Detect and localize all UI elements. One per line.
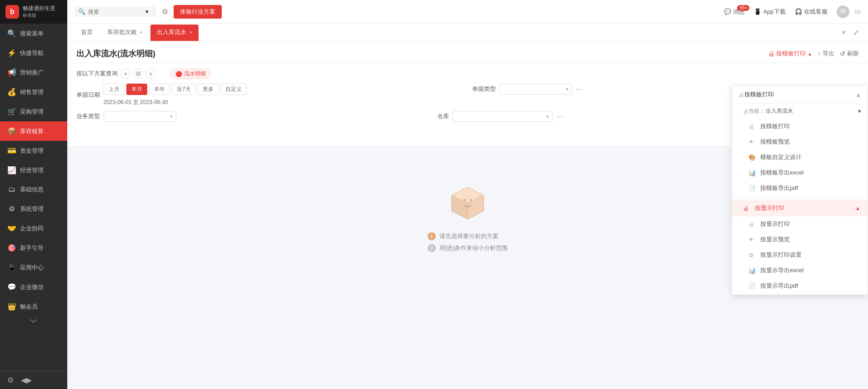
print-up-icon: ▲ bbox=[808, 51, 812, 56]
dropdown-bottom-item-4[interactable]: 📄 按显示导出pdf bbox=[732, 278, 868, 294]
tab-win-close-btn[interactable]: × bbox=[840, 28, 848, 38]
refresh-label: 刷新 bbox=[847, 50, 859, 58]
sidebar-item-operation[interactable]: 📈 经营管理 bbox=[0, 160, 67, 180]
sidebar-item-inventory[interactable]: 📦 库存核算 bbox=[0, 121, 67, 141]
sidebar-search-label: 搜索菜单 bbox=[20, 30, 44, 38]
date-btn-last-month[interactable]: 上月 bbox=[104, 84, 125, 95]
sidebar-item-sales[interactable]: 💰 销售管理 bbox=[0, 82, 67, 102]
trial-button[interactable]: 体验行业方案 bbox=[174, 5, 222, 19]
sidebar-sales-label: 销售管理 bbox=[20, 88, 44, 96]
highlighted-label: 按显示打印 bbox=[755, 204, 784, 212]
dropdown-highlighted-section[interactable]: 🖨 按显示打印 ▲ bbox=[732, 200, 868, 216]
collapse-sidebar-icon[interactable]: ◀▶ bbox=[21, 376, 32, 384]
export-icon: ↑ bbox=[818, 50, 821, 57]
tab-flow[interactable]: 出入库流水 × bbox=[150, 25, 198, 41]
empty-box-svg bbox=[447, 183, 488, 224]
date-btn-this-year[interactable]: 本年 bbox=[149, 84, 170, 95]
dropdown-bottom-item-1[interactable]: 👁 按显示预览 bbox=[732, 232, 868, 247]
dropdown-top-item-4[interactable]: 📄 按模板导出pdf bbox=[732, 180, 868, 196]
app-download-button[interactable]: 📱 App下载 bbox=[754, 8, 785, 16]
dropdown-title: 按模板打印 bbox=[744, 90, 774, 99]
sidebar-item-member[interactable]: 👑 畅会员 bbox=[0, 297, 67, 316]
dropdown-bottom-item-3[interactable]: 📊 按显示导出excel bbox=[732, 263, 868, 278]
filter-add-btn[interactable]: + bbox=[120, 69, 130, 79]
dropdown-top-item-1[interactable]: 👁 按模板预览 bbox=[732, 134, 868, 150]
date-controls: 上月 本月 本年 近7天 更多 自定义 2023-06-01 至 2023-06… bbox=[104, 84, 247, 106]
settings-icon[interactable]: ⚙ bbox=[7, 376, 14, 384]
dropdown-top-icon-4: 📄 bbox=[748, 185, 756, 192]
dropdown-top-item-3[interactable]: 📊 按模板导出excel bbox=[732, 165, 868, 180]
tab-inventory-batch-close[interactable]: × bbox=[140, 30, 142, 35]
dropdown-top-icon-0: 🖨 bbox=[748, 123, 756, 130]
bill-type-select[interactable] bbox=[499, 84, 572, 95]
sidebar-item-search[interactable]: 🔍 搜索菜单 bbox=[0, 24, 67, 43]
date-btn-custom[interactable]: 自定义 bbox=[220, 84, 247, 95]
sidebar-item-corp[interactable]: 🤝 企业协同 bbox=[0, 219, 67, 238]
tab-flow-close[interactable]: × bbox=[189, 30, 192, 35]
dropdown-chevron-icon[interactable]: ▲ bbox=[855, 91, 861, 98]
tab-inventory-batch[interactable]: 库存批次账 × bbox=[101, 25, 149, 41]
dropdown-bottom-label-2: 按显示打印设置 bbox=[760, 251, 802, 259]
sidebar-item-marketing[interactable]: 📢 营销推广 bbox=[0, 63, 67, 82]
sidebar-member-label: 畅会员 bbox=[20, 303, 38, 311]
sidebar-item-wechat[interactable]: 💬 企业微信 bbox=[0, 277, 67, 297]
dropdown-bottom-icon-3: 📊 bbox=[748, 267, 756, 274]
dropdown-top-item-2[interactable]: 🎨 模板自定义设计 bbox=[732, 150, 868, 165]
export-button[interactable]: ↑ 导出 bbox=[818, 50, 834, 58]
avatar[interactable]: 用 bbox=[837, 5, 849, 18]
sidebar-corp-icon: 🤝 bbox=[7, 224, 16, 233]
sidebar-purchase-label: 采购管理 bbox=[20, 108, 44, 116]
date-btn-7-days[interactable]: 近7天 bbox=[172, 84, 196, 95]
search-dropdown-icon: ▾ bbox=[145, 8, 149, 15]
refresh-button[interactable]: ↺ 刷新 bbox=[840, 50, 859, 58]
print-template-button[interactable]: 🖨 按模板打印 ▲ bbox=[768, 50, 812, 58]
topbar-search-area[interactable]: 🔍 ▾ bbox=[75, 6, 156, 17]
date-btn-this-month[interactable]: 本月 bbox=[126, 84, 147, 95]
sidebar-operation-icon: 📈 bbox=[7, 166, 16, 175]
sidebar-item-finance[interactable]: 💳 资金管理 bbox=[0, 141, 67, 160]
filter-collapse-btn[interactable]: « bbox=[146, 69, 156, 79]
sidebar-sales-icon: 💰 bbox=[7, 88, 16, 96]
message-button[interactable]: 💬 消息 99+ bbox=[724, 8, 745, 16]
date-btn-more[interactable]: 更多 bbox=[198, 84, 219, 95]
filter-settings-btn[interactable]: ⚙ bbox=[133, 69, 143, 79]
dropdown-top-item-0[interactable]: 🖨 按模板打印 bbox=[732, 119, 868, 134]
tab-home[interactable]: 首页 bbox=[75, 25, 99, 41]
sidebar-search-icon: 🔍 bbox=[7, 29, 16, 38]
sidebar-item-basic[interactable]: 🗂 基础信息 bbox=[0, 180, 67, 199]
sidebar-item-appstore[interactable]: 📱 应用中心 bbox=[0, 258, 67, 277]
sidebar-item-system[interactable]: ⚙ 系统管理 bbox=[0, 199, 67, 219]
bill-type-more[interactable]: ··· bbox=[576, 85, 583, 94]
dropdown-bottom-icon-1: 👁 bbox=[748, 236, 756, 243]
dropdown-current-value: 出入库流水 bbox=[766, 107, 793, 115]
dropdown-bottom-icon-4: 📄 bbox=[748, 283, 756, 289]
dropdown-bottom-icon-2: ⚙ bbox=[748, 252, 756, 259]
warehouse-select[interactable] bbox=[453, 111, 553, 122]
biz-type-select[interactable] bbox=[104, 111, 176, 122]
date-filter-item: 单据日期 上月 本月 本年 近7天 更多 自定义 2023-06-01 至 20… bbox=[76, 84, 463, 106]
empty-steps: 1 请先选择要分析的方案 2 用[选]条件来缩小分析范围 bbox=[428, 232, 508, 252]
dropdown-bottom-label-3: 按显示导出excel bbox=[760, 266, 803, 274]
dropdown-current-arrow[interactable]: ▾ bbox=[858, 108, 861, 115]
tab-win-expand-btn[interactable]: ⤢ bbox=[851, 27, 861, 38]
print-dropdown-panel: 🖨 按模板打印 ▲ 🖨 当前： 出入库流水 ▾ 🖨 按模板打印 👁 按模板预览 … bbox=[732, 85, 868, 295]
sidebar-item-quick[interactable]: ⚡ 快捷导航 bbox=[0, 43, 67, 63]
warehouse-more[interactable]: ··· bbox=[556, 112, 563, 121]
filter-label: 按以下方案查询 bbox=[76, 70, 118, 78]
filter-tag-item[interactable]: 🔴 流水明细 bbox=[170, 69, 211, 79]
topbar-gear-icon[interactable]: ⚙ bbox=[162, 7, 168, 16]
sidebar-item-guide[interactable]: 🎯 新手引导 bbox=[0, 238, 67, 258]
svg-point-5 bbox=[469, 199, 472, 201]
sidebar-basic-icon: 🗂 bbox=[7, 185, 16, 194]
dropdown-bottom-item-2[interactable]: ⚙ 按显示打印设置 bbox=[732, 247, 868, 263]
sidebar-quick-label: 快捷导航 bbox=[20, 49, 44, 57]
highlighted-arrow: ▲ bbox=[855, 205, 860, 211]
sidebar: b 畅捷通好生意 标准版 🔍 搜索菜单 ⚡ 快捷导航 📢 营销推广 💰 销售管理… bbox=[0, 0, 67, 389]
search-input[interactable] bbox=[88, 9, 143, 15]
sidebar-item-purchase[interactable]: 🛒 采购管理 bbox=[0, 102, 67, 121]
tabs-right-controls: × ⤢ bbox=[840, 27, 861, 38]
tab-flow-label: 出入库流水 bbox=[157, 28, 186, 36]
biz-type-filter-item: 业务类型 ▾ bbox=[76, 111, 428, 122]
dropdown-bottom-item-0[interactable]: 🖨 按显示打印 bbox=[732, 216, 868, 232]
online-service-button[interactable]: 🎧 在线客服 bbox=[795, 8, 828, 16]
